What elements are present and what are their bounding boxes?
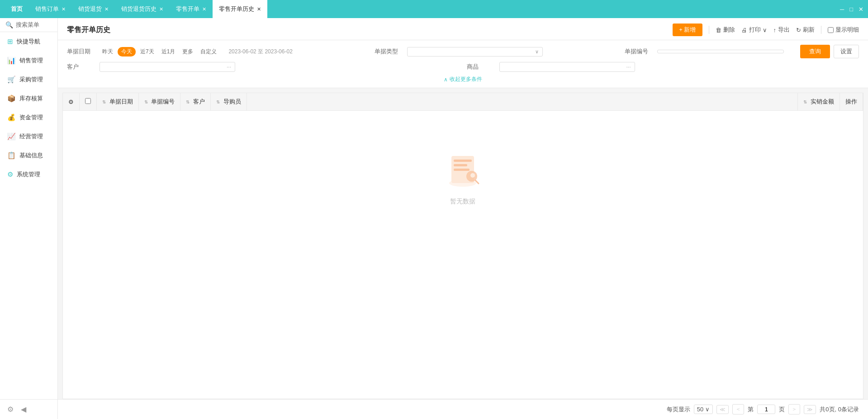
refresh-button[interactable]: ↻ 刷新 — [796, 26, 815, 34]
sidebar-bottom: ⚙ ◀ — [0, 399, 57, 419]
order-no-input[interactable] — [657, 50, 784, 53]
customer-dots-icon: ··· — [227, 64, 231, 70]
add-button[interactable]: + 新增 — [673, 24, 702, 36]
sidebar-item-basic-info[interactable]: 📋 基础信息 — [0, 146, 57, 165]
tab-sales-return-label: 销货退货 — [78, 5, 102, 13]
sidebar-item-label: 基础信息 — [19, 151, 43, 160]
total-info: 共0页, 0条记录 — [820, 405, 859, 414]
page-size-select[interactable]: 50 ∨ — [694, 405, 713, 414]
customer-input[interactable]: ··· — [100, 62, 235, 72]
col-amount[interactable]: ⇅ 实销金额 — [798, 93, 840, 111]
sidebar-collapse-icon[interactable]: ◀ — [21, 405, 26, 414]
date-btn-yesterday[interactable]: 昨天 — [100, 47, 116, 56]
date-btn-more[interactable]: 更多 — [180, 47, 196, 56]
print-arrow-icon: ∨ — [763, 27, 767, 33]
goods-dots-icon: ··· — [626, 64, 631, 70]
col-date[interactable]: ⇅ 单据日期 — [97, 93, 139, 111]
print-button[interactable]: 🖨 打印 ∨ — [741, 26, 767, 34]
delete-icon: 🗑 — [716, 27, 721, 33]
page-label: 第 — [748, 405, 754, 414]
date-btn-last7[interactable]: 近7天 — [138, 47, 157, 56]
content-area: 零售开单历史 + 新增 🗑 删除 🖨 打印 ∨ ↑ 导出 ↻ — [58, 18, 868, 419]
sidebar-item-purchase-mgmt[interactable]: 🛒 采购管理 — [0, 70, 57, 89]
sidebar-item-label: 资金管理 — [19, 113, 43, 122]
sidebar-item-label: 系统管理 — [17, 170, 40, 179]
col-order-no[interactable]: ⇅ 单据编号 — [138, 93, 180, 111]
basic-info-icon: 📋 — [7, 151, 16, 160]
prev-page-button[interactable]: ＜ — [732, 404, 744, 414]
sidebar-item-sys-mgmt[interactable]: ⚙ 系统管理 — [0, 165, 57, 184]
tab-sales-order[interactable]: 销售订单 ✕ — [29, 0, 72, 18]
sort-date-icon: ⇅ — [102, 99, 106, 104]
col-guide[interactable]: ⇅ 导购员 — [210, 93, 247, 111]
date-btn-today[interactable]: 今天 — [118, 47, 136, 56]
tab-retail-open-label: 零售开单 — [176, 5, 199, 13]
svg-rect-3 — [454, 164, 467, 166]
tab-sales-return[interactable]: 销货退货 ✕ — [72, 0, 115, 18]
select-all-checkbox[interactable] — [85, 98, 91, 104]
page-title: 零售开单历史 — [67, 25, 110, 35]
sidebar-item-label: 经营管理 — [19, 132, 43, 141]
collapse-bar[interactable]: ∧ 收起更多条件 — [67, 75, 859, 83]
sidebar-item-finance[interactable]: 💰 资金管理 — [0, 108, 57, 127]
col-settings[interactable]: ⚙ — [63, 93, 80, 111]
empty-icon — [440, 147, 485, 192]
table-area: ⚙ ⇅ 单据日期 ⇅ 单据编号 ⇅ — [58, 88, 868, 399]
sidebar-item-label: 库存核算 — [19, 94, 43, 103]
search-menu-bar[interactable]: 🔍 搜索菜单 — [0, 18, 57, 32]
export-button[interactable]: ↑ 导出 — [773, 26, 790, 34]
tab-retail-open-close[interactable]: ✕ — [202, 6, 206, 12]
filter-row-1: 单据日期 昨天 今天 近7天 近1月 更多 自定义 2023-06-02 至 2… — [67, 45, 859, 58]
next-page-button[interactable]: ＞ — [788, 404, 800, 414]
tab-sales-return-history[interactable]: 销货退货历史 ✕ — [115, 0, 170, 18]
collapse-up-icon: ∧ — [444, 76, 448, 83]
order-type-select[interactable]: ∨ — [407, 47, 543, 56]
max-button[interactable]: □ — [849, 6, 853, 13]
close-button[interactable]: ✕ — [859, 6, 863, 13]
sidebar-item-label: 快捷导航 — [17, 38, 40, 46]
date-btn-last-month[interactable]: 近1月 — [159, 47, 178, 56]
tab-home[interactable]: 首页 — [5, 0, 29, 18]
empty-text: 暂无数据 — [450, 198, 475, 206]
sort-customer-icon: ⇅ — [186, 99, 190, 104]
sidebar-item-sales-mgmt[interactable]: 📊 销售管理 — [0, 51, 57, 70]
query-button[interactable]: 查询 — [800, 45, 830, 58]
sidebar-item-inventory[interactable]: 📦 库存核算 — [0, 89, 57, 108]
sidebar: 🔍 搜索菜单 ⊞ 快捷导航 📊 销售管理 🛒 采购管理 📦 库存核算 💰 资金管… — [0, 18, 58, 419]
customer-filter-label: 客户 — [67, 63, 92, 71]
order-type-label: 单据类型 — [375, 47, 400, 56]
sidebar-item-quick-nav[interactable]: ⊞ 快捷导航 — [0, 32, 57, 51]
first-page-button[interactable]: ≪ — [716, 405, 729, 414]
tab-sales-order-close[interactable]: ✕ — [62, 6, 66, 12]
print-label: 打印 — [749, 26, 761, 34]
page-size-arrow-icon: ∨ — [705, 406, 710, 413]
tab-sales-return-history-close[interactable]: ✕ — [159, 6, 163, 12]
col-customer[interactable]: ⇅ 客户 — [180, 93, 211, 111]
page-number-input[interactable]: 1 — [757, 405, 775, 414]
print-icon: 🖨 — [741, 27, 747, 33]
delete-button[interactable]: 🗑 删除 — [716, 26, 735, 34]
pagination-bar: 每页显示 50 ∨ ≪ ＜ 第 1 页 ＞ ≫ 共0页, 0条记录 — [58, 399, 868, 419]
date-range-text: 2023-06-02 至 2023-06-02 — [228, 48, 292, 56]
goods-input[interactable]: ··· — [499, 62, 635, 72]
last-page-button[interactable]: ≫ — [804, 405, 816, 414]
settings-gear-icon[interactable]: ⚙ — [7, 405, 14, 414]
tab-sales-order-label: 销售订单 — [35, 5, 59, 13]
collapse-label: 收起更多条件 — [450, 75, 482, 83]
min-button[interactable]: ─ — [840, 6, 844, 13]
tab-sales-return-close[interactable]: ✕ — [104, 6, 109, 12]
tab-retail-open[interactable]: 零售开单 ✕ — [170, 0, 213, 18]
operations-icon: 📈 — [7, 132, 16, 141]
inventory-icon: 📦 — [7, 94, 16, 103]
svg-point-6 — [470, 173, 475, 178]
sidebar-item-operations[interactable]: 📈 经营管理 — [0, 127, 57, 146]
date-btn-custom[interactable]: 自定义 — [198, 47, 219, 56]
tab-retail-open-history-close[interactable]: ✕ — [257, 6, 261, 12]
settings-button[interactable]: 设置 — [834, 45, 859, 58]
tab-retail-open-history[interactable]: 零售开单历史 ✕ — [213, 0, 267, 18]
page-size-value: 50 — [697, 406, 703, 413]
refresh-label: 刷新 — [803, 26, 815, 34]
tab-home-label: 首页 — [11, 5, 23, 13]
tab-sales-return-history-label: 销货退货历史 — [121, 5, 157, 13]
display-detail-checkbox[interactable] — [828, 27, 834, 33]
